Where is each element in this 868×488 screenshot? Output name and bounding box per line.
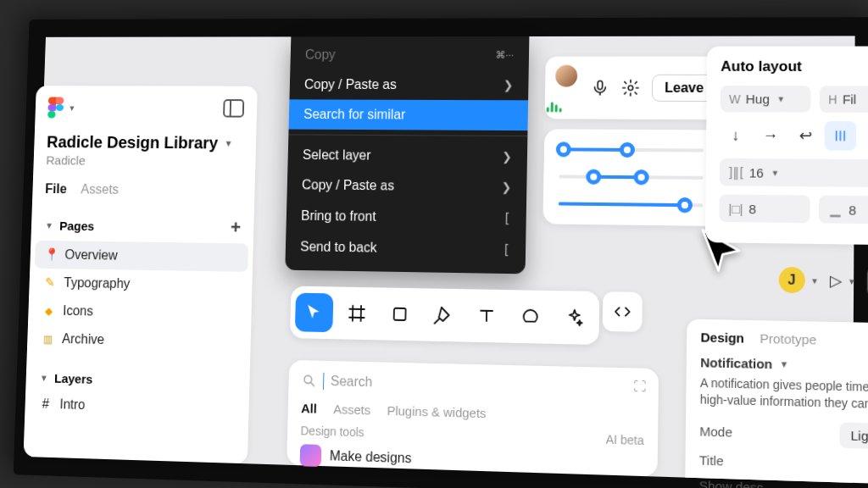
present-button[interactable]: ▷▾ (830, 271, 859, 291)
ctx-copy[interactable]: Copy⌘··· (290, 40, 529, 70)
chevron-down-icon: ▾ (66, 103, 77, 114)
gap-icon: ]‖[ (728, 164, 744, 180)
comment-tool[interactable] (510, 297, 550, 336)
show-desc-label: Show desc (699, 478, 764, 488)
padding-h-field[interactable]: |□|8 (719, 194, 810, 223)
ctx-copy-paste-as[interactable]: Copy / Paste as❯ (289, 69, 528, 100)
ctx-search-similar[interactable]: Search for similar (289, 99, 529, 130)
frame-icon: # (39, 396, 52, 412)
dir-wrap-button[interactable]: ↩ (789, 121, 821, 151)
project-title[interactable]: Radicle Design Library▾ (34, 118, 257, 154)
ctx-copy-paste-as-2[interactable]: Copy / Paste as❯ (287, 170, 526, 202)
canvas-toolbar (290, 286, 599, 345)
chevron-down-icon[interactable]: ▾ (44, 219, 55, 230)
dir-stack-button[interactable] (825, 121, 857, 151)
avatar[interactable] (554, 64, 579, 89)
search-input[interactable]: Search (302, 372, 645, 397)
rectangle-tool[interactable] (381, 294, 420, 334)
assets-tab-all[interactable]: All (301, 401, 317, 416)
svg-point-1 (628, 86, 633, 91)
dir-right-button[interactable]: → (754, 121, 786, 151)
pen-tool[interactable] (424, 295, 463, 335)
range-slider[interactable] (559, 171, 703, 183)
search-icon (302, 373, 317, 388)
figma-menu[interactable]: ▾ (47, 97, 78, 119)
dev-mode-button[interactable] (603, 291, 643, 332)
pad-h-icon: |□| (728, 201, 744, 216)
svg-point-3 (304, 375, 312, 383)
page-icons[interactable]: ◆Icons (33, 297, 248, 329)
design-panel: ↗ Design Prototype Notification▾ A notif… (685, 319, 868, 485)
gear-icon[interactable] (621, 79, 640, 97)
height-mode[interactable]: HFil (820, 86, 868, 113)
page-overview[interactable]: 📍Overview (35, 241, 248, 272)
pointer-tool[interactable] (295, 293, 334, 333)
gap-field[interactable]: ]‖[16▾ (720, 158, 868, 188)
tab-prototype[interactable]: Prototype (760, 331, 816, 347)
padding-v-field[interactable]: ▁8 (819, 196, 868, 225)
title-label: Title (699, 452, 724, 468)
project-team: Radicle (33, 153, 256, 180)
svg-rect-2 (394, 308, 406, 320)
bracket-icon: [ (502, 241, 510, 258)
assets-group: Design tools (300, 424, 364, 439)
pages-header: Pages (59, 219, 95, 233)
play-icon: ▷ (830, 271, 843, 291)
bracket-icon: [ (503, 210, 511, 226)
add-page-button[interactable]: + (231, 217, 242, 239)
user-menu[interactable]: J ▾ (778, 267, 821, 294)
archive-icon: ▥ (42, 332, 54, 345)
figma-logo-icon (47, 97, 64, 119)
diamond-icon: ◆ (42, 304, 55, 317)
auto-layout-title: Auto layout (721, 58, 868, 75)
chevron-right-icon: ❯ (501, 180, 511, 194)
chevron-down-icon: ▾ (809, 274, 821, 286)
tab-design[interactable]: Design (700, 330, 744, 346)
ctx-select-layer[interactable]: Select layer❯ (287, 140, 527, 172)
width-mode[interactable]: WHug▾ (721, 86, 811, 113)
frame-tool[interactable] (337, 294, 376, 334)
chevron-down-icon[interactable]: ▾ (38, 372, 49, 383)
chevron-down-icon: ▾ (777, 358, 790, 370)
sliders-card (543, 129, 720, 226)
range-slider[interactable] (559, 144, 704, 155)
asset-thumb-icon (300, 444, 322, 467)
mode-select[interactable]: Light▾ (840, 422, 868, 450)
panel-toggle-icon[interactable] (223, 99, 244, 117)
avatar: J (778, 267, 804, 293)
left-sidebar: ▾ Radicle Design Library▾ Radicle File A… (24, 86, 258, 463)
share-bar: J ▾ ▷▾ Sha (696, 262, 868, 299)
tab-file[interactable]: File (45, 181, 67, 197)
assets-panel: ⛶ Search All Assets Plugins & widgets De… (287, 360, 659, 477)
ai-beta-badge: AI beta (606, 432, 644, 447)
text-tool[interactable] (467, 296, 506, 336)
ctx-bring-front[interactable]: Bring to front[ (286, 200, 526, 234)
page-archive[interactable]: ▥Archive (31, 324, 246, 358)
chevron-right-icon: ❯ (504, 78, 514, 92)
section-description: A notification gives people timely, high… (700, 374, 868, 413)
layer-intro[interactable]: #Intro (30, 390, 245, 424)
assets-tab-assets[interactable]: Assets (333, 402, 370, 417)
ctx-send-back[interactable]: Send to back[ (286, 230, 526, 265)
range-slider[interactable] (559, 198, 704, 210)
asset-item[interactable]: Make designs (300, 444, 644, 477)
voice-activity-icon (547, 100, 579, 112)
search-placeholder: Search (331, 374, 373, 390)
section-notification[interactable]: Notification (700, 355, 772, 371)
expand-icon[interactable]: ⛶ (633, 379, 646, 394)
collab-bar: Leave (545, 57, 726, 120)
pad-v-icon: ▁ (827, 202, 843, 218)
dir-down-button[interactable]: ↓ (720, 120, 751, 150)
tab-assets[interactable]: Assets (81, 182, 119, 197)
assets-tab-plugins[interactable]: Plugins & widgets (387, 403, 486, 420)
chevron-right-icon: ❯ (502, 150, 512, 164)
mic-icon[interactable] (591, 79, 609, 97)
shortcut-icon: ⌘··· (495, 49, 514, 61)
chevron-down-icon: ▾ (223, 138, 235, 149)
pencil-icon: ✎ (43, 275, 56, 291)
auto-layout-panel: Auto layout WHug▾ HFil ↓ → ↩ ]‖[16▾ |□|8… (705, 47, 868, 246)
ai-tool[interactable] (554, 297, 594, 338)
page-typography[interactable]: ✎Typography (34, 269, 248, 301)
mode-label: Mode (699, 424, 732, 440)
svg-rect-0 (598, 80, 603, 89)
